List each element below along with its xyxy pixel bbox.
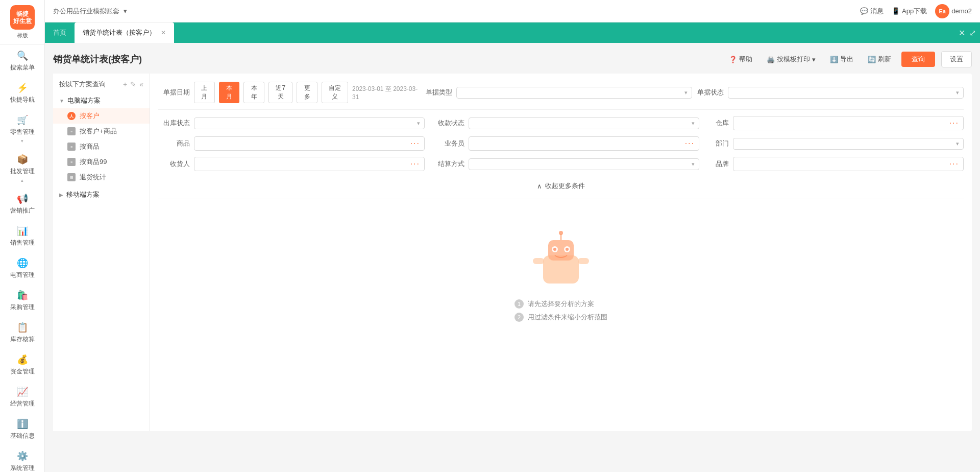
settings-button[interactable]: 设置 (941, 51, 972, 67)
sales-icon: 📊 (17, 225, 28, 237)
empty-robot-svg (530, 230, 592, 291)
collapse-area: ∧ 收起更多条件 (158, 177, 964, 195)
sidebar-item-quick-nav[interactable]: ⚡ 快捷导航 (0, 77, 44, 109)
sidebar-item-basic[interactable]: ℹ️ 基础信息 (0, 413, 44, 445)
tab-restore-button[interactable]: ⤢ (969, 28, 976, 38)
brand-dots[interactable]: ··· (949, 159, 959, 169)
message-icon: 💬 (860, 7, 868, 15)
collapse-icon: ▶ (59, 192, 63, 198)
scheme-section-mobile: ▶ 移动端方案 (53, 187, 150, 202)
sidebar-item-search[interactable]: 🔍 搜索菜单 (0, 45, 44, 77)
app-download-label: App下载 (902, 7, 927, 16)
consignee-dots[interactable]: ··· (410, 159, 420, 169)
doc-status-arrow-icon: ▾ (956, 89, 959, 96)
refresh-label: 刷新 (878, 55, 891, 64)
app-download-icon: 📱 (892, 7, 900, 15)
more-btn[interactable]: 更多 (297, 82, 317, 103)
brand-input[interactable]: ··· (733, 157, 964, 171)
add-scheme-icon[interactable]: + (123, 80, 127, 88)
app-title: 办公用品行业模拟账套 (53, 7, 119, 16)
payment-method-select[interactable]: ▾ (469, 158, 699, 170)
current-month-btn[interactable]: 本月 (219, 82, 240, 103)
export-button[interactable]: ⬇️ 导出 (826, 53, 857, 66)
sidebar-item-retail[interactable]: 🛒 零售管理 ▾ (0, 109, 44, 149)
message-button[interactable]: 💬 消息 (860, 7, 884, 16)
department-label: 部门 (707, 139, 733, 148)
consignee-label: 收货人 (158, 159, 194, 169)
doc-type-arrow-icon: ▾ (684, 89, 688, 96)
sidebar-item-label: 搜索菜单 (10, 63, 35, 72)
sidebar-item-label: 批发管理 (10, 167, 35, 176)
print-icon: 🖨️ (767, 56, 775, 63)
collapse-scheme-icon[interactable]: « (139, 80, 143, 88)
sidebar-item-label: 采购管理 (10, 303, 35, 312)
goods-label: 商品 (158, 139, 194, 148)
sidebar-item-ecommerce[interactable]: 🌐 电商管理 (0, 252, 44, 285)
empty-tips: 1 请先选择要分析的方案 2 用过滤条件来缩小分析范围 (514, 299, 607, 322)
scheme-item-icon-5: ▦ (67, 173, 76, 181)
scheme-item-by-goods[interactable]: ≡ 按商品 (53, 139, 150, 154)
scheme-item-by-goods-99[interactable]: ≡ 按商品99 (53, 154, 150, 170)
sidebar-item-label: 营销推广 (10, 206, 35, 215)
payment-status-select[interactable]: ▾ (469, 117, 699, 129)
sidebar-item-label: 库存核算 (10, 335, 35, 344)
sidebar-item-operations[interactable]: 📈 经营管理 (0, 381, 44, 413)
salesperson-dots[interactable]: ··· (685, 139, 695, 148)
user-area[interactable]: Ea demo2 (935, 4, 972, 18)
sidebar-item-marketing[interactable]: 📢 营销推广 (0, 188, 44, 220)
last-7-btn[interactable]: 近7天 (268, 82, 292, 103)
last-month-btn[interactable]: 上月 (194, 82, 215, 103)
query-button[interactable]: 查询 (901, 52, 935, 67)
current-year-btn[interactable]: 本年 (243, 82, 264, 103)
scheme-item-label: 按客户 (80, 111, 100, 121)
tab-home[interactable]: 首页 (45, 22, 75, 43)
sidebar-item-label: 基础信息 (10, 432, 35, 440)
sidebar-item-inventory[interactable]: 📋 库存核算 (0, 317, 44, 349)
message-label: 消息 (870, 7, 884, 16)
consignee-input[interactable]: ··· (194, 157, 425, 171)
edit-scheme-icon[interactable]: ✎ (130, 80, 136, 88)
content-layout: 按以下方案查询 + ✎ « ▼ 电脑端方案 (53, 74, 972, 431)
top-header: 办公用品行业模拟账套 ▾ 💬 消息 📱 App下载 Ea demo2 (45, 0, 980, 22)
department-select[interactable]: ▾ (733, 138, 964, 150)
doc-status-select[interactable]: ▾ (728, 87, 964, 99)
collapse-button[interactable]: ∧ 收起更多条件 (533, 177, 589, 195)
tab-home-label: 首页 (53, 28, 66, 37)
scheme-item-return-stat[interactable]: ▦ 退货统计 (53, 170, 150, 185)
sidebar-item-sales[interactable]: 📊 销售管理 (0, 220, 44, 252)
collapse-label: 收起更多条件 (545, 181, 585, 191)
custom-btn[interactable]: 自定义 (322, 82, 348, 103)
wholesale-icon: 📦 (17, 154, 28, 165)
logo-label: 标版 (17, 32, 28, 39)
scheme-item-label-4: 按商品99 (80, 157, 107, 167)
sidebar-item-wholesale[interactable]: 📦 批发管理 ▴ (0, 149, 44, 188)
payment-method-label: 结算方式 (433, 159, 469, 169)
tab-close-button[interactable]: ✕ (959, 28, 965, 38)
sidebar-item-finance[interactable]: 💰 资金管理 (0, 349, 44, 381)
template-print-button[interactable]: 🖨️ 按模板打印 ▾ (763, 53, 820, 66)
app-download-button[interactable]: 📱 App下载 (892, 7, 927, 16)
mobile-section-header[interactable]: ▶ 移动端方案 (53, 187, 150, 202)
stock-out-select[interactable]: ▾ (194, 117, 425, 129)
template-print-label: 按模板打印 (777, 55, 810, 64)
tab-sales-stat[interactable]: 销货单统计表（按客户） ✕ (75, 22, 174, 43)
warehouse-dots[interactable]: ··· (949, 119, 959, 128)
sidebar-item-system[interactable]: ⚙️ 系统管理 (0, 445, 44, 472)
scheme-panel: 按以下方案查询 + ✎ « ▼ 电脑端方案 (53, 74, 150, 431)
warehouse-label: 仓库 (707, 119, 733, 128)
tab-close-icon[interactable]: ✕ (161, 29, 166, 36)
scheme-panel-title: 按以下方案查询 (59, 80, 106, 89)
salesperson-input[interactable]: ··· (469, 136, 699, 151)
doc-type-select[interactable]: ▾ (456, 87, 692, 99)
retail-icon: 🛒 (17, 114, 28, 126)
help-button[interactable]: ❓ 帮助 (725, 53, 756, 66)
sidebar-item-purchase[interactable]: 🛍️ 采购管理 (0, 285, 44, 317)
scheme-item-by-customer-goods[interactable]: ≡ 按客户+商品 (53, 124, 150, 139)
desktop-section-header[interactable]: ▼ 电脑端方案 (53, 93, 150, 108)
main-area: 办公用品行业模拟账套 ▾ 💬 消息 📱 App下载 Ea demo2 (45, 0, 980, 472)
scheme-item-by-customer[interactable]: 人 按客户 (53, 108, 150, 124)
warehouse-input[interactable]: ··· (733, 116, 964, 130)
goods-dots[interactable]: ··· (410, 139, 420, 148)
refresh-button[interactable]: 🔄 刷新 (864, 53, 895, 66)
goods-input[interactable]: ··· (194, 136, 425, 151)
